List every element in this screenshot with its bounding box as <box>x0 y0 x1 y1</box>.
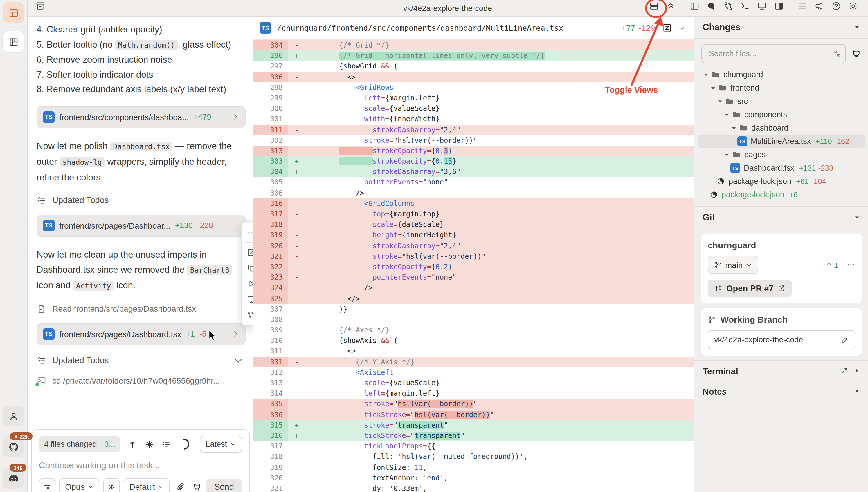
chevron-down-icon[interactable] <box>233 355 243 365</box>
chevron-down-icon[interactable] <box>678 24 686 32</box>
rows-icon[interactable] <box>649 1 663 15</box>
diff-line-code: <AxisLeft <box>305 367 694 378</box>
expand-icon[interactable] <box>841 367 848 374</box>
fast-forward-button[interactable] <box>103 478 119 492</box>
tree-folder-frontend[interactable]: frontend <box>698 81 865 95</box>
copy-button[interactable] <box>241 260 253 276</box>
rail-person-button[interactable] <box>3 405 24 426</box>
diff-line-marker <box>288 367 305 378</box>
caret-down-icon <box>703 71 709 78</box>
chevrons-up-icon[interactable] <box>666 1 680 15</box>
tree-folder-components[interactable]: components <box>698 108 865 121</box>
collapse-tree-icon[interactable] <box>833 50 841 57</box>
play-button[interactable] <box>241 276 253 291</box>
diff-line-code: /> <box>305 283 694 293</box>
tree-item-name: dashboard <box>751 124 789 132</box>
tree-folder-src[interactable]: src <box>698 95 865 108</box>
search-files-box[interactable] <box>701 44 846 63</box>
diff-code: 304- {/* Grid */}296+ {/* Grid — horizon… <box>253 40 694 492</box>
spark-icon[interactable] <box>145 440 154 449</box>
rail-github-button[interactable]: 22k <box>3 436 24 457</box>
caret-down-icon <box>853 214 861 221</box>
edit-branch-icon[interactable] <box>841 336 849 344</box>
dots-horizontal-button[interactable] <box>241 224 253 240</box>
monitor-icon[interactable] <box>757 1 771 15</box>
cat-icon[interactable] <box>851 48 862 59</box>
gear-icon[interactable] <box>848 1 862 15</box>
diff-line: 298 <GridRows <box>253 82 694 93</box>
file-tree: churnguardfrontendsrccomponentsdashboard… <box>695 67 868 206</box>
updated-todos-row[interactable]: Updated Todos <box>37 195 245 205</box>
tree-file-package-lock.json[interactable]: package-lock.json+61-104 <box>698 175 865 188</box>
toolbar-divider <box>245 242 253 243</box>
terminal-prompt-icon[interactable] <box>740 1 754 15</box>
settings-sliders-button[interactable] <box>39 478 55 492</box>
rail-kanban-button[interactable] <box>3 31 24 52</box>
terminal-section-header[interactable]: Terminal <box>695 360 868 380</box>
diff-line-code: width={innerWidth} <box>305 114 694 124</box>
diff-line-marker: - <box>288 72 305 82</box>
panel-left-icon[interactable] <box>690 1 704 15</box>
tree-folder-pages[interactable]: pages <box>698 148 865 161</box>
tree-file-MultiLineArea.tsx[interactable]: TSMultiLineArea.tsx+110-162 <box>698 134 865 148</box>
tree-file-package-lock.json[interactable]: package-lock.json+6 <box>698 188 865 201</box>
inline-code: Activity <box>73 280 114 290</box>
model-label: Opus <box>65 482 85 491</box>
attach-button[interactable] <box>176 482 186 492</box>
tree-folder-churnguard[interactable]: churnguard <box>698 68 865 81</box>
git-section-header[interactable]: Git <box>695 206 868 229</box>
mode-dropdown[interactable]: Default <box>124 478 170 492</box>
file-chip[interactable]: TSfrontend/src/components/dashboa...+479 <box>37 106 245 128</box>
branch-dropdown[interactable]: main <box>708 256 758 274</box>
open-pr-button[interactable]: Open PR #7 <box>708 280 792 297</box>
diff-line-number: 318 <box>253 452 288 462</box>
monitor-button[interactable] <box>241 291 253 307</box>
diff-line: 316- <GridColumns <box>253 198 694 209</box>
typescript-file-icon: TS <box>43 220 54 231</box>
tree-folder-dashboard[interactable]: dashboard <box>698 121 865 134</box>
diff-line-number: 307 <box>253 304 288 314</box>
chat-bubble-icon[interactable] <box>707 1 721 15</box>
diff-line-number: 311 <box>253 346 288 356</box>
rail-layout-button[interactable] <box>3 2 24 23</box>
diff-line-code: textAnchor: 'end', <box>305 472 694 483</box>
search-files-input[interactable] <box>708 49 833 58</box>
todo-list-button[interactable] <box>162 440 171 449</box>
rail-discord-button[interactable]: 346 <box>3 468 24 489</box>
commits-ahead[interactable]: 1 <box>825 260 838 270</box>
scroll-up-button[interactable] <box>128 440 137 449</box>
send-button[interactable]: Send <box>206 479 242 492</box>
updated-todos-row[interactable]: Updated Todos <box>37 355 245 365</box>
working-branch-field[interactable]: vk/4e2a-explore-the-code <box>708 330 855 349</box>
diff-line-number: 336 <box>253 409 288 420</box>
files-changed-chip[interactable]: 4 files changed +3... <box>39 436 120 452</box>
terminal-command-row[interactable]: cd /private/var/folders/10/h7w0q46556ggr… <box>37 376 245 386</box>
notes-section-header[interactable]: Notes <box>695 380 868 401</box>
help-icon[interactable] <box>831 1 845 15</box>
cat-button[interactable] <box>192 482 202 492</box>
zed-icon[interactable] <box>662 23 672 33</box>
diff-line-code: {/* Grid — horizontal lines only, very s… <box>305 50 694 61</box>
diff-line-number: 304 <box>253 40 288 50</box>
composer-input[interactable]: Continue working on this task... <box>39 460 242 470</box>
changes-section-header[interactable]: Changes <box>695 16 868 39</box>
diff-line-code: top={margin.top} <box>305 209 694 219</box>
diff-line-code: <> <box>305 72 694 82</box>
menu-icon[interactable] <box>798 1 812 15</box>
zed-button[interactable] <box>241 244 253 260</box>
git-more-button[interactable] <box>846 261 855 269</box>
read-file-row[interactable]: Read frontend/src/pages/Dashboard.tsx <box>37 304 245 314</box>
latest-dropdown[interactable]: Latest <box>200 436 242 452</box>
diff-line: 317 tickLabelProps={{ <box>253 441 694 451</box>
megaphone-icon[interactable] <box>815 1 828 15</box>
git-compare-button[interactable] <box>241 307 253 323</box>
git-compare-icon[interactable] <box>723 1 737 15</box>
discord-badge: 346 <box>10 464 26 472</box>
diff-line-marker <box>288 388 305 399</box>
tree-file-Dashboard.tsx[interactable]: TSDashboard.tsx+131-233 <box>698 161 865 175</box>
model-dropdown[interactable]: Opus <box>59 478 99 492</box>
file-chip[interactable]: TSfrontend/src/pages/Dashboar...+130-228 <box>37 214 245 237</box>
archive-icon[interactable] <box>36 1 49 15</box>
panel-right-icon[interactable] <box>774 1 788 15</box>
diff-line-marker <box>288 483 305 492</box>
